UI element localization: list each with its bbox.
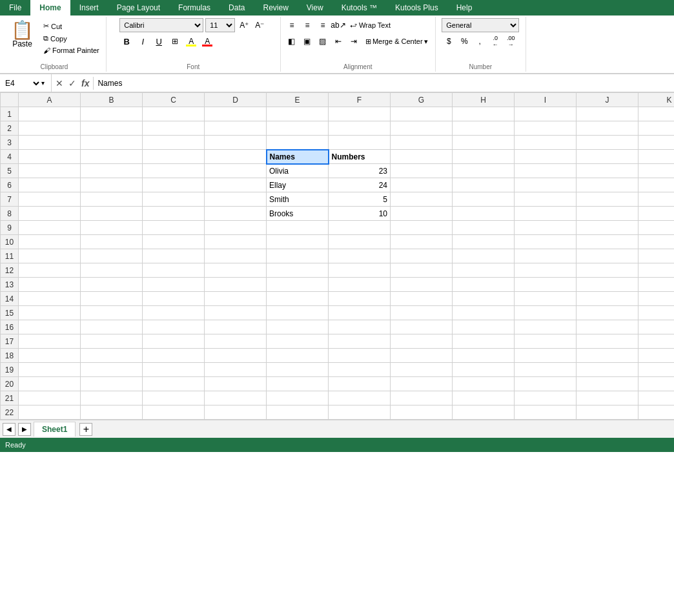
sheet-tab-sheet1[interactable]: Sheet1 (34, 422, 76, 436)
cell-H13[interactable] (453, 278, 515, 292)
cell-B19[interactable] (81, 363, 143, 377)
cell-I14[interactable] (515, 292, 577, 306)
cut-button[interactable]: ✂ Cut (41, 21, 102, 32)
confirm-formula-icon[interactable]: ✓ (67, 77, 77, 90)
cell-H2[interactable] (453, 121, 515, 136)
cell-G13[interactable] (391, 278, 453, 292)
col-header-B[interactable]: B (81, 93, 143, 107)
cell-A21[interactable] (19, 391, 81, 406)
decrease-indent-button[interactable]: ⇤ (331, 34, 345, 48)
cell-I10[interactable] (515, 235, 577, 249)
copy-button[interactable]: ⧉ Copy (41, 33, 102, 44)
cell-E3[interactable] (267, 136, 329, 150)
cell-F6[interactable]: 24 (329, 178, 391, 192)
cell-D4[interactable] (205, 150, 267, 164)
tab-file[interactable]: File (0, 0, 30, 15)
cell-J16[interactable] (577, 320, 638, 334)
cell-F19[interactable] (329, 363, 391, 377)
cell-I22[interactable] (515, 406, 577, 420)
currency-button[interactable]: $ (442, 34, 456, 48)
cell-H1[interactable] (453, 107, 515, 121)
italic-button[interactable]: I (136, 34, 150, 48)
cell-I3[interactable] (515, 136, 577, 150)
cell-G20[interactable] (391, 377, 453, 391)
cell-D15[interactable] (205, 306, 267, 320)
cell-E2[interactable] (267, 121, 329, 136)
cell-D1[interactable] (205, 107, 267, 121)
cell-K13[interactable] (638, 278, 675, 292)
cell-F1[interactable] (329, 107, 391, 121)
cell-B11[interactable] (81, 249, 143, 263)
align-right-button[interactable]: ▨ (316, 34, 330, 48)
cell-F20[interactable] (329, 377, 391, 391)
cell-F7[interactable]: 5 (329, 192, 391, 207)
cell-G1[interactable] (391, 107, 453, 121)
cell-G21[interactable] (391, 391, 453, 406)
cell-A20[interactable] (19, 377, 81, 391)
tab-review[interactable]: Review (254, 0, 297, 15)
cell-I9[interactable] (515, 221, 577, 235)
cell-H4[interactable] (453, 150, 515, 164)
cell-E10[interactable] (267, 235, 329, 249)
cell-E1[interactable] (267, 107, 329, 121)
align-top-left-button[interactable]: ≡ (285, 18, 299, 32)
cell-G15[interactable] (391, 306, 453, 320)
cell-E15[interactable] (267, 306, 329, 320)
cell-C22[interactable] (143, 406, 205, 420)
cell-C3[interactable] (143, 136, 205, 150)
cell-I2[interactable] (515, 121, 577, 136)
cell-D20[interactable] (205, 377, 267, 391)
cell-D11[interactable] (205, 249, 267, 263)
cell-K22[interactable] (638, 406, 675, 420)
cell-A14[interactable] (19, 292, 81, 306)
cell-A3[interactable] (19, 136, 81, 150)
cell-K18[interactable] (638, 349, 675, 363)
cell-H17[interactable] (453, 334, 515, 349)
cell-K9[interactable] (638, 221, 675, 235)
cell-I18[interactable] (515, 349, 577, 363)
tab-kutools[interactable]: Kutools ™ (332, 0, 386, 15)
cell-D21[interactable] (205, 391, 267, 406)
cell-J11[interactable] (577, 249, 638, 263)
cell-A19[interactable] (19, 363, 81, 377)
merge-center-button[interactable]: ⊞ Merge & Center ▾ (362, 34, 431, 48)
cell-F16[interactable] (329, 320, 391, 334)
cell-C2[interactable] (143, 121, 205, 136)
cell-J7[interactable] (577, 192, 638, 207)
cell-F5[interactable]: 23 (329, 164, 391, 178)
cell-A8[interactable] (19, 207, 81, 221)
cell-F21[interactable] (329, 391, 391, 406)
cell-F15[interactable] (329, 306, 391, 320)
cell-H12[interactable] (453, 263, 515, 278)
cell-H15[interactable] (453, 306, 515, 320)
tab-view[interactable]: View (298, 0, 332, 15)
cell-J5[interactable] (577, 164, 638, 178)
bold-button[interactable]: B (119, 34, 134, 48)
increase-font-button[interactable]: A⁺ (237, 18, 251, 32)
col-header-D[interactable]: D (205, 93, 267, 107)
cell-C12[interactable] (143, 263, 205, 278)
paste-button[interactable]: 📋 Paste (6, 18, 38, 52)
cell-E21[interactable] (267, 391, 329, 406)
cell-C6[interactable] (143, 178, 205, 192)
cell-C20[interactable] (143, 377, 205, 391)
border-button[interactable]: ⊞ (168, 34, 182, 48)
tab-data[interactable]: Data (220, 0, 254, 15)
cell-G12[interactable] (391, 263, 453, 278)
cell-F22[interactable] (329, 406, 391, 420)
cell-E22[interactable] (267, 406, 329, 420)
cell-F3[interactable] (329, 136, 391, 150)
cell-G6[interactable] (391, 178, 453, 192)
cell-B13[interactable] (81, 278, 143, 292)
cell-D10[interactable] (205, 235, 267, 249)
underline-button[interactable]: U (152, 34, 166, 48)
cell-A4[interactable] (19, 150, 81, 164)
cell-F13[interactable] (329, 278, 391, 292)
cell-I15[interactable] (515, 306, 577, 320)
cell-G10[interactable] (391, 235, 453, 249)
cell-D8[interactable] (205, 207, 267, 221)
cell-B6[interactable] (81, 178, 143, 192)
cell-K19[interactable] (638, 363, 675, 377)
cell-H3[interactable] (453, 136, 515, 150)
align-top-center-button[interactable]: ≡ (300, 18, 314, 32)
